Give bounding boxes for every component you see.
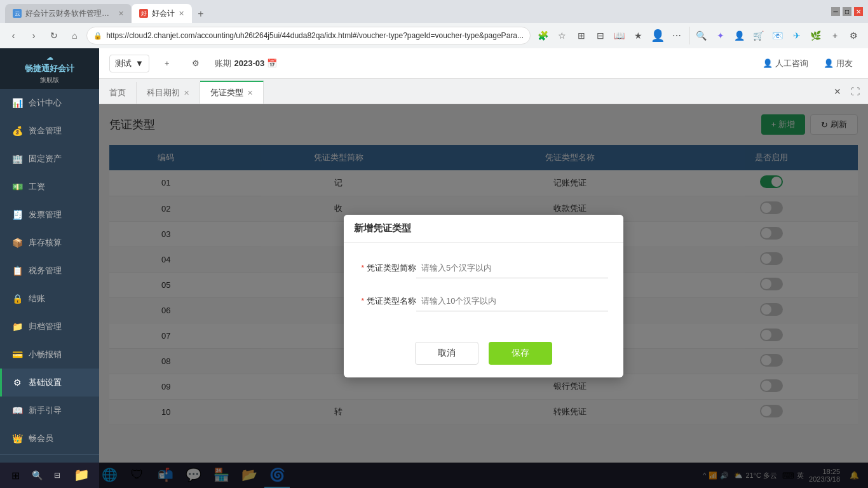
collections-button[interactable]: ⊞ (573, 27, 590, 44)
lock-icon: 🔒 (93, 32, 102, 40)
tab-close-2[interactable]: ✕ (179, 10, 184, 18)
sidebar-add-button[interactable]: + (826, 27, 844, 44)
sidebar-item-settings[interactable]: ⚙ 基础设置 (0, 369, 99, 396)
period-label: 账期 (215, 58, 231, 69)
form-input-name[interactable] (416, 291, 608, 311)
tab-home-label: 首页 (109, 87, 126, 98)
add-workspace-icon: + (165, 58, 170, 68)
consult-button[interactable]: 👤 人工咨询 (757, 55, 813, 72)
capital-icon: 💰 (12, 126, 22, 136)
sidebar-item-fixed[interactable]: 🏢 固定资产 (0, 145, 99, 173)
tab-subject-close-icon[interactable]: ✕ (184, 89, 189, 97)
sidebar-item-label-closing: 结账 (29, 293, 45, 304)
logo-icon: ☁ (46, 53, 53, 62)
add-workspace-button[interactable]: + (157, 55, 177, 72)
sidebar-item-expense[interactable]: 💳 小畅报销 (0, 341, 99, 369)
new-tab-button[interactable]: + (192, 5, 210, 23)
modal-header: 新增凭证类型 (344, 215, 623, 243)
sidebar-scroll: 📊 会计中心 💰 资金管理 🏢 固定资产 💵 工资 🧾 发票管理 📦 库 (0, 89, 99, 454)
maximize-button[interactable]: □ (843, 7, 851, 16)
sidebar-telegram-button[interactable]: ✈ (788, 27, 806, 44)
app-container: ☁ 畅捷通好会计 旗舰版 📊 会计中心 💰 资金管理 🏢 固定资产 💵 工资 (0, 48, 868, 488)
main-content: 测试 ▼ + ⚙ 账期 2023-03 📅 👤 人工咨询 👤 (99, 48, 868, 488)
sidebar-item-label-expense: 小畅报销 (29, 349, 62, 360)
favorites-button[interactable]: ☆ (553, 27, 571, 44)
read-view-button[interactable]: 📖 (611, 27, 628, 44)
sidebar: ☁ 畅捷通好会计 旗舰版 📊 会计中心 💰 资金管理 🏢 固定资产 💵 工资 (0, 48, 99, 488)
form-input-abbr[interactable] (416, 258, 608, 278)
sidebar-shopping-button[interactable]: 🛒 (750, 27, 768, 44)
tab-close-panel-button[interactable]: ✕ (830, 84, 845, 99)
more-button[interactable]: ⋯ (668, 27, 686, 44)
cancel-button[interactable]: 取消 (415, 342, 478, 365)
tab-close-1[interactable]: ✕ (118, 10, 124, 18)
sidebar-copilot-button[interactable]: ✦ (712, 27, 729, 44)
tab-fullscreen-button[interactable]: ⛶ (848, 84, 863, 99)
tab-voucher-close-icon[interactable]: ✕ (247, 89, 253, 97)
sidebar-tree-button[interactable]: 🌿 (807, 27, 825, 44)
settings-btn[interactable]: ⚙ (184, 55, 207, 72)
form-row-abbr: 凭证类型简称 (359, 258, 608, 278)
forward-button[interactable]: › (25, 27, 42, 44)
sidebar-item-salary[interactable]: 💵 工资 (0, 173, 99, 201)
minimize-button[interactable]: ─ (831, 7, 840, 16)
sidebar-user-button[interactable]: 👤 (731, 27, 749, 44)
sidebar-item-label-salary: 工资 (29, 181, 45, 193)
sidebar-settings-button[interactable]: ⚙ (845, 27, 863, 44)
user-button[interactable]: 👤 用友 (818, 55, 858, 72)
sidebar-item-member[interactable]: 👑 畅会员 (0, 424, 99, 452)
consult-icon: 👤 (763, 58, 773, 68)
dashboard-icon: 📊 (12, 98, 22, 108)
modal-footer: 取消 保存 (344, 334, 623, 377)
browser-tab-1[interactable]: 云 好会计云财务软件管理系统_会计 ✕ (5, 4, 132, 23)
browser-toolbar-icons: 🧩 ☆ ⊞ ⊟ 📖 ★ 👤 ⋯ (534, 27, 686, 44)
workspace-label: 测试 (115, 58, 132, 69)
address-text: https://cloud2.chanjet.com/accounting/uh… (106, 31, 524, 40)
close-button[interactable]: ✕ (854, 7, 863, 16)
invoice-icon: 🧾 (12, 210, 22, 220)
page-tabs: 首页 科目期初 ✕ 凭证类型 ✕ ✕ ⛶ (99, 79, 868, 104)
extensions-button[interactable]: 🧩 (534, 27, 552, 44)
logo-text: 畅捷通好会计 (25, 63, 74, 74)
tab-favicon-1: 云 (13, 9, 22, 18)
search-button[interactable]: 🔍 (28, 466, 46, 484)
add-favorites-button[interactable]: ★ (630, 27, 648, 44)
save-button[interactable]: 保存 (489, 342, 552, 365)
top-bar: 测试 ▼ + ⚙ 账期 2023-03 📅 👤 人工咨询 👤 (99, 48, 868, 79)
sidebar-item-label-guide: 新手引导 (29, 405, 62, 416)
settings-icon: ⚙ (12, 377, 22, 388)
sidebar-item-dashboard[interactable]: 📊 会计中心 (0, 89, 99, 117)
sidebar-item-label-settings: 基础设置 (29, 377, 62, 388)
tab-subject[interactable]: 科目期初 ✕ (137, 82, 200, 104)
form-label-abbr: 凭证类型简称 (359, 262, 416, 274)
start-button[interactable]: ⊞ (5, 465, 25, 485)
form-label-name: 凭证类型名称 (359, 295, 416, 307)
workspace-selector[interactable]: 测试 ▼ (109, 55, 149, 72)
sidebar-item-inventory[interactable]: 📦 库存核算 (0, 229, 99, 257)
sidebar-item-archive[interactable]: 📁 归档管理 (0, 313, 99, 341)
task-view-button[interactable]: ⊟ (48, 466, 66, 484)
sidebar-item-capital[interactable]: 💰 资金管理 (0, 117, 99, 145)
browser-tab-2[interactable]: 好 好会计 ✕ (132, 4, 192, 23)
home-button[interactable]: ⌂ (66, 27, 83, 44)
top-bar-actions: 👤 人工咨询 👤 用友 (757, 55, 858, 72)
taskbar-app-explorer[interactable]: 📁 (69, 463, 94, 488)
modal-dialog: 新增凭证类型 凭证类型简称 凭证类型名称 取消 (344, 215, 623, 377)
sidebar-item-guide[interactable]: 📖 新手引导 (0, 396, 99, 424)
sidebar-item-tax[interactable]: 📋 税务管理 (0, 257, 99, 285)
sidebar-item-invoice[interactable]: 🧾 发票管理 (0, 201, 99, 229)
back-button[interactable]: ‹ (5, 27, 22, 44)
sidebar-item-closing[interactable]: 🔒 结账 (0, 285, 99, 313)
sidebar-outlook-button[interactable]: 📧 (769, 27, 787, 44)
reload-button[interactable]: ↻ (46, 27, 62, 44)
tab-voucher-label: 凭证类型 (210, 87, 243, 98)
split-view-button[interactable]: ⊟ (592, 27, 609, 44)
sidebar-search-button[interactable]: 🔍 (693, 27, 710, 44)
address-bar[interactable]: 🔒 https://cloud2.chanjet.com/accounting/… (86, 27, 531, 44)
browser-tabs-area: 云 好会计云财务软件管理系统_会计 ✕ 好 好会计 ✕ + (5, 0, 829, 23)
sidebar-item-label-archive: 归档管理 (29, 321, 62, 332)
tab-home[interactable]: 首页 (99, 82, 137, 104)
tab-favicon-2: 好 (139, 9, 148, 18)
profile-button[interactable]: 👤 (649, 27, 667, 44)
tab-voucher[interactable]: 凭证类型 ✕ (200, 81, 264, 104)
